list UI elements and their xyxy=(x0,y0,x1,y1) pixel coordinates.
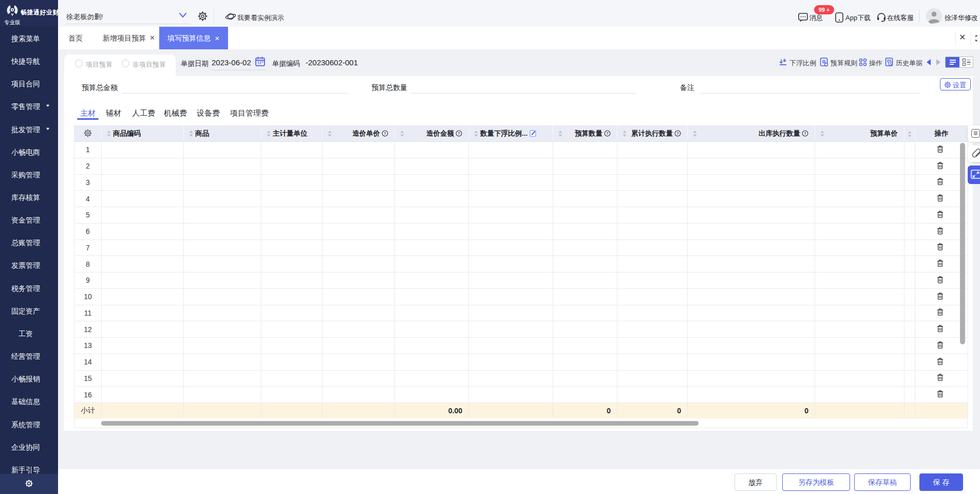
svg-text:?: ? xyxy=(676,131,679,136)
svg-text:?: ? xyxy=(804,131,806,136)
svg-text:?: ? xyxy=(458,131,460,136)
svg-text:?: ? xyxy=(384,131,386,136)
svg-text:?: ? xyxy=(606,131,609,136)
